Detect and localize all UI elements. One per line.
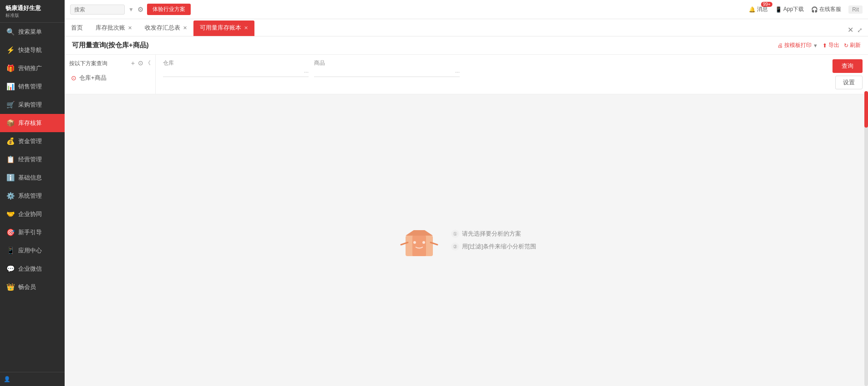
export-btn[interactable]: ⬆ 导出	[822, 41, 839, 49]
empty-tips: ① 请先选择要分析的方案 ② 用[过滤]条件来缩小分析范围	[451, 230, 536, 251]
main-area: ▼ ⚙ 体验行业方案 🔔 消息 99+ 📱 App下载 🎧 在线客服 Rit 首…	[65, 0, 868, 386]
print-btn[interactable]: 🖨 按模板打印 ▼	[777, 41, 818, 49]
scheme-panel-title: 按以下方案查询	[69, 60, 107, 67]
trial-btn[interactable]: 体验行业方案	[147, 4, 191, 15]
sidebar: 畅康通好生意 标准版 🔍 搜索菜单 ⚡ 快捷导航 🎁 营销推广 📊 销售管理 🛒…	[0, 0, 65, 386]
tab-batch-account-close[interactable]: ✕	[128, 25, 132, 31]
message-btn[interactable]: 🔔 消息 99+	[749, 5, 768, 13]
settings-gear-icon[interactable]: ⚙	[137, 5, 143, 14]
warehouse-filter: 仓库 ···	[163, 59, 309, 77]
tab-available-ledger-close[interactable]: ✕	[244, 25, 248, 31]
tab-receipt-summary[interactable]: 收发存汇总表 ✕	[138, 21, 193, 36]
svg-point-2	[413, 241, 416, 244]
online-service-btn[interactable]: 🎧 在线客服	[811, 5, 841, 13]
tab-home-label: 首页	[71, 24, 83, 32]
box-icon: 📦	[6, 119, 15, 127]
search-input[interactable]	[70, 5, 125, 15]
goods-more-icon[interactable]: ···	[455, 69, 460, 75]
scheme-panel: 按以下方案查询 ＋ ⊙ 《 ⊙ 仓库+商品	[65, 55, 156, 94]
sidebar-item-marketing[interactable]: 🎁 营销推广	[0, 59, 65, 77]
tab-close-all-icon[interactable]: ✕	[846, 24, 855, 36]
manage-scheme-icon[interactable]: ⊙	[138, 59, 143, 67]
gear-icon: ⚙️	[6, 192, 15, 200]
tab-available-ledger[interactable]: 可用量库存账本 ✕	[193, 21, 254, 36]
right-scrollbar[interactable]	[864, 91, 868, 386]
collapse-icon[interactable]: 《	[145, 59, 151, 67]
export-icon: ⬆	[822, 42, 827, 49]
search-icon: 🔍	[6, 28, 15, 36]
empty-svg	[396, 217, 442, 263]
sidebar-nav: 🔍 搜索菜单 ⚡ 快捷导航 🎁 营销推广 📊 销售管理 🛒 采购管理 📦 库存核…	[0, 23, 65, 372]
message-badge: 99+	[761, 2, 772, 7]
sidebar-item-system[interactable]: ⚙️ 系统管理	[0, 187, 65, 205]
goods-input[interactable]	[314, 68, 453, 75]
scrollbar-thumb	[864, 91, 868, 128]
sidebar-item-sales[interactable]: 📊 销售管理	[0, 77, 65, 96]
sidebar-item-label: 新手引导	[18, 228, 42, 237]
user-avatar[interactable]: Rit	[848, 5, 863, 14]
phone-icon: 📱	[775, 6, 782, 13]
print-dropdown-icon: ▼	[813, 43, 818, 48]
sidebar-item-enterprise[interactable]: 🤝 企业协同	[0, 205, 65, 223]
tab-expand-icon[interactable]: ⤢	[855, 25, 864, 36]
sidebar-item-search[interactable]: 🔍 搜索菜单	[0, 23, 65, 41]
sidebar-item-label: 企业微信	[18, 265, 42, 273]
warehouse-label: 仓库	[163, 59, 309, 67]
sidebar-item-guide[interactable]: 🎯 新手引导	[0, 223, 65, 242]
tip-num-1: ①	[451, 230, 459, 238]
sidebar-item-operations[interactable]: 📋 经营管理	[0, 150, 65, 169]
filter-area: 仓库 ··· 商品 ···	[156, 55, 827, 94]
app-edition: 标准版	[5, 12, 59, 19]
warehouse-more-icon[interactable]: ···	[304, 69, 309, 75]
add-scheme-icon[interactable]: ＋	[130, 59, 136, 67]
tabs-bar: 首页 库存批次账 ✕ 收发存汇总表 ✕ 可用量库存账本 ✕ ✕ ⤢	[65, 19, 868, 36]
user-avatar-small: 👤	[4, 376, 10, 382]
warehouse-input[interactable]	[163, 68, 302, 75]
mobile-icon: 📱	[6, 247, 15, 255]
tip-num-2: ②	[451, 242, 459, 251]
app-download-label: App下载	[783, 5, 804, 13]
sidebar-item-app-center[interactable]: 📱 应用中心	[0, 242, 65, 260]
sidebar-item-finance[interactable]: 💰 资金管理	[0, 132, 65, 150]
svg-rect-1	[412, 236, 426, 256]
tab-receipt-summary-close[interactable]: ✕	[183, 25, 187, 31]
sidebar-item-purchase[interactable]: 🛒 采购管理	[0, 96, 65, 114]
goods-filter: 商品 ···	[314, 59, 460, 77]
clipboard-icon: 📋	[6, 155, 15, 164]
sidebar-item-label: 搜索菜单	[18, 28, 42, 36]
gift-icon: 🎁	[6, 64, 15, 72]
scheme-item-warehouse-goods[interactable]: ⊙ 仓库+商品	[65, 71, 155, 85]
sidebar-item-label: 库存核算	[18, 119, 42, 127]
cart-icon: 🛒	[6, 101, 15, 109]
empty-tip-1: ① 请先选择要分析的方案	[451, 230, 536, 238]
sidebar-item-inventory[interactable]: 📦 库存核算	[0, 114, 65, 132]
content-area: 可用量查询(按仓库+商品) 🖨 按模板打印 ▼ ⬆ 导出 ↻ 刷新	[65, 36, 868, 386]
sidebar-item-label: 系统管理	[18, 192, 42, 200]
empty-illustration	[396, 217, 442, 263]
empty-state: ① 请先选择要分析的方案 ② 用[过滤]条件来缩小分析范围	[65, 94, 868, 386]
refresh-btn[interactable]: ↻ 刷新	[844, 41, 861, 49]
filter-row: 仓库 ··· 商品 ···	[163, 59, 820, 77]
tab-batch-account[interactable]: 库存批次账 ✕	[89, 21, 138, 36]
chart-icon: 📊	[6, 82, 15, 91]
scheme-item-label: 仓库+商品	[79, 74, 107, 82]
sidebar-item-basic-info[interactable]: ℹ️ 基础信息	[0, 169, 65, 187]
page-title: 可用量查询(按仓库+商品)	[72, 41, 149, 50]
sidebar-item-wechat[interactable]: 💬 企业微信	[0, 260, 65, 278]
tip-2-text: 用[过滤]条件来缩小分析范围	[462, 242, 536, 251]
tab-home[interactable]: 首页	[65, 21, 89, 36]
wechat-icon: 💬	[6, 265, 15, 273]
goods-label: 商品	[314, 59, 460, 67]
sidebar-item-quick-nav[interactable]: ⚡ 快捷导航	[0, 41, 65, 59]
btn-group: 查询 设置	[827, 55, 868, 94]
tabs-actions: ✕ ⤢	[846, 24, 868, 36]
sidebar-item-label: 采购管理	[18, 101, 42, 109]
app-download-btn[interactable]: 📱 App下载	[775, 5, 804, 13]
info-icon: ℹ️	[6, 174, 15, 182]
target-icon: 🎯	[6, 228, 15, 237]
query-button[interactable]: 查询	[832, 59, 863, 73]
sidebar-logo: 畅康通好生意 标准版	[0, 0, 65, 23]
money-icon: 💰	[6, 137, 15, 145]
sidebar-item-member[interactable]: 👑 畅会员	[0, 278, 65, 296]
settings-button[interactable]: 设置	[835, 76, 863, 89]
